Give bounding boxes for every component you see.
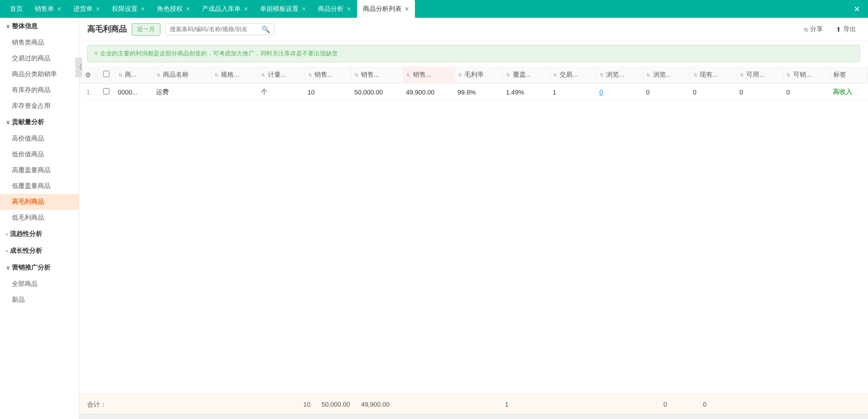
sidebar-item-traded-goods[interactable]: 交易过的商品 xyxy=(0,50,79,66)
nav-item-analysis-list[interactable]: 商品分析列表 ✕ xyxy=(357,0,415,18)
nav-item-sales[interactable]: 销售单 ✕ xyxy=(29,0,67,18)
search-input[interactable] xyxy=(170,26,261,33)
share-icon: ⎋ xyxy=(804,26,808,33)
col-sales-qty[interactable]: ⇅ 销售... xyxy=(305,66,351,84)
top-nav: 首页 销售单 ✕ 进货单 ✕ 权限设置 ✕ 角色授权 ✕ 产成品入库单 ✕ 单据… xyxy=(0,0,868,18)
col-browse2[interactable]: ⇅ 浏览... xyxy=(643,66,690,84)
sidebar-item-low-margin[interactable]: 低毛利商品 xyxy=(0,210,79,226)
col-transaction[interactable]: ⇅ 交易... xyxy=(550,66,596,84)
cell-browse2: 0 xyxy=(643,84,690,101)
table-row: 1 0000... 运费 xyxy=(79,84,868,101)
footer-sales-qty: 10 xyxy=(275,401,314,408)
nav-item-role[interactable]: 角色授权 ✕ xyxy=(151,0,196,18)
select-all-checkbox[interactable] xyxy=(103,71,109,77)
sidebar-item-low-value[interactable]: 低价值商品 xyxy=(0,146,79,162)
chevron-down-icon: ∨ xyxy=(6,119,10,126)
sort-icon: ⇅ xyxy=(693,72,697,78)
sidebar-item-new-goods[interactable]: 新品 xyxy=(0,292,79,308)
sidebar-item-high-value[interactable]: 高价值商品 xyxy=(0,131,79,146)
close-icon[interactable]: ✕ xyxy=(186,6,190,12)
sidebar-item-all-goods[interactable]: 全部商品 xyxy=(0,276,79,292)
col-gross-margin[interactable]: ⇅ 毛利率 xyxy=(455,66,503,84)
sidebar-item-category-rate[interactable]: 商品分类助销率 xyxy=(0,66,79,82)
close-icon[interactable]: ✕ xyxy=(244,6,248,12)
cell-browse1[interactable]: 0 xyxy=(596,84,643,101)
export-button[interactable]: ⬆ 导出 xyxy=(832,23,860,36)
col-spec[interactable]: ⇅ 规格... xyxy=(211,66,257,84)
chevron-right-icon: › xyxy=(6,231,8,237)
cell-checkbox[interactable] xyxy=(97,84,115,101)
sort-icon: ⇅ xyxy=(118,72,122,78)
col-coverage[interactable]: ⇅ 覆盖... xyxy=(503,66,550,84)
main-layout: ∨ 整体信息 销售类商品 交易过的商品 商品分类助销率 有库存的商品 库存资金占… xyxy=(0,18,868,419)
cell-current-stock: 0 xyxy=(690,84,736,101)
close-icon[interactable]: ✕ xyxy=(347,6,351,12)
sidebar-group-contribution[interactable]: ∨ 贡献量分析 xyxy=(0,114,79,131)
footer-current-stock: 0 xyxy=(631,401,671,408)
sidebar-item-high-margin[interactable]: 高毛利商品 xyxy=(0,194,79,210)
cell-gross-margin: 99.8% xyxy=(455,84,503,101)
sidebar-collapse-button[interactable]: 《 xyxy=(75,57,82,77)
footer-sales-amount: 50,000.00 xyxy=(314,401,354,408)
cell-sales-amount: 50,000.00 xyxy=(351,84,403,101)
sort-icon: ⇅ xyxy=(506,72,510,78)
sidebar-group-growth[interactable]: › 成长性分析 xyxy=(0,242,79,259)
info-banner: ✧ 企业的主要的利润都是这部分商品创造的，可考虑加大推广，同时关注库存是不要出现… xyxy=(87,45,860,62)
nav-item-home[interactable]: 首页 xyxy=(4,0,29,18)
search-box[interactable]: 🔍 xyxy=(165,23,274,35)
nav-item-purchase[interactable]: 进货单 ✕ xyxy=(67,0,106,18)
nav-item-production[interactable]: 产成品入库单 ✕ xyxy=(196,0,254,18)
sidebar-item-in-stock[interactable]: 有库存的商品 xyxy=(0,82,79,98)
cell-spec xyxy=(211,84,257,101)
close-icon[interactable]: ✕ xyxy=(141,6,145,12)
cell-sellable-stock: 0 xyxy=(783,84,830,101)
col-sellable-stock[interactable]: ⇅ 可销... xyxy=(783,66,830,84)
close-icon[interactable]: ✕ xyxy=(302,6,306,12)
sort-icon: ⇅ xyxy=(553,72,557,78)
cell-tag: 高收入 xyxy=(830,84,868,101)
col-sales-cost[interactable]: ⇅ 销售... xyxy=(403,66,455,84)
col-current-stock[interactable]: ⇅ 现有... xyxy=(690,66,736,84)
sidebar-item-sales-goods[interactable]: 销售类商品 xyxy=(0,35,79,50)
row-checkbox[interactable] xyxy=(103,88,109,94)
close-icon[interactable]: ✕ xyxy=(57,6,61,12)
footer-available-stock: 0 xyxy=(671,401,711,408)
col-available-stock[interactable]: ⇅ 可用... xyxy=(737,66,783,84)
sidebar-item-high-coverage[interactable]: 高覆盖量商品 xyxy=(0,162,79,178)
sort-icon: ⇅ xyxy=(261,72,265,78)
filter-month-button[interactable]: 近一月 xyxy=(132,23,160,36)
horizontal-scrollbar[interactable] xyxy=(79,414,868,419)
sidebar-item-low-coverage[interactable]: 低覆盖量商品 xyxy=(0,178,79,194)
cell-sales-qty: 10 xyxy=(305,84,351,101)
sort-icon: ⇅ xyxy=(214,72,218,78)
sidebar-group-trend[interactable]: › 流趋性分析 xyxy=(0,226,79,242)
close-icon[interactable]: ✕ xyxy=(96,6,100,12)
table-header-row: ⚙ ⇅ 商... ⇅ 商品名称 xyxy=(79,66,868,84)
col-tag[interactable]: 标签 xyxy=(830,66,868,84)
sort-icon: ⇅ xyxy=(740,72,744,78)
col-unit[interactable]: ⇅ 计量... xyxy=(258,66,305,84)
col-checkbox[interactable] xyxy=(97,66,115,84)
sidebar-group-overall[interactable]: ∨ 整体信息 xyxy=(0,18,79,35)
search-icon: 🔍 xyxy=(261,25,270,33)
sort-icon: ⇅ xyxy=(646,72,650,78)
settings-icon[interactable]: ⚙ xyxy=(85,71,91,79)
nav-item-product-analysis[interactable]: 商品分析 ✕ xyxy=(312,0,357,18)
nav-item-template[interactable]: 单据模板设置 ✕ xyxy=(254,0,312,18)
sidebar-group-marketing[interactable]: ∨ 营销推广分析 xyxy=(0,259,79,276)
page-title: 高毛利商品 xyxy=(87,24,127,35)
col-sales-amount[interactable]: ⇅ 销售... xyxy=(351,66,403,84)
app-close-button[interactable]: ✕ xyxy=(850,4,864,14)
export-icon: ⬆ xyxy=(836,26,841,33)
share-button[interactable]: ⎋ 分享 xyxy=(800,23,827,36)
close-icon[interactable]: ✕ xyxy=(405,6,409,12)
nav-item-permission[interactable]: 权限设置 ✕ xyxy=(106,0,151,18)
sidebar-item-stock-capital[interactable]: 库存资金占用 xyxy=(0,98,79,114)
table-container: ⚙ ⇅ 商... ⇅ 商品名称 xyxy=(79,66,868,394)
cell-unit: 个 xyxy=(258,84,305,101)
col-browse1[interactable]: ⇅ 浏览... xyxy=(596,66,643,84)
sort-icon: ⇅ xyxy=(308,72,312,78)
col-name[interactable]: ⇅ 商品名称 xyxy=(153,66,211,84)
col-code[interactable]: ⇅ 商... xyxy=(115,66,153,84)
sort-icon: ⇅ xyxy=(786,72,790,78)
